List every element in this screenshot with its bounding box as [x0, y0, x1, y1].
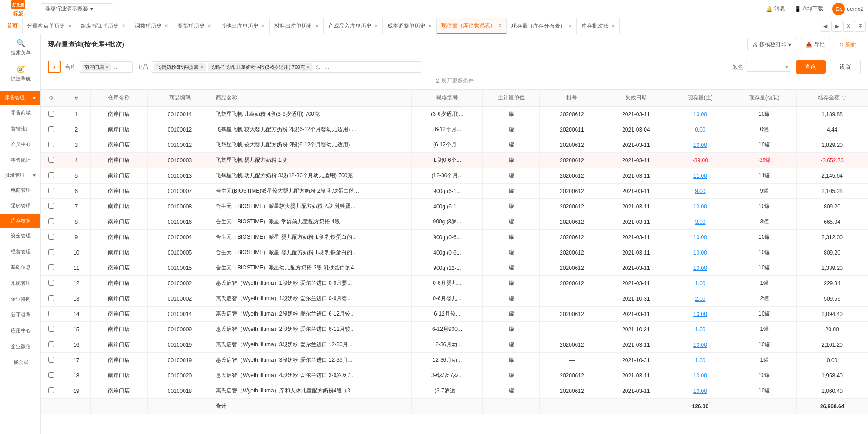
row-qty-main[interactable]: 3.00: [668, 214, 732, 230]
expand-more-conditions[interactable]: ⊻ 展开更多条件: [48, 77, 861, 85]
tab-close-icon[interactable]: ✕: [122, 24, 125, 28]
warehouse-tag-remove-icon[interactable]: ✕: [105, 65, 108, 70]
row-checkbox-cell[interactable]: [41, 368, 62, 383]
tab-transfer[interactable]: 调拨单历史 ✕: [130, 18, 173, 34]
tab-requisition[interactable]: 要货单历史 ✕: [173, 18, 216, 34]
tab-split-inventory[interactable]: 分量盘点单历史 ✕: [23, 18, 76, 34]
sidebar-item-search[interactable]: 🔍 搜索英单: [0, 34, 40, 61]
product-tag-container[interactable]: 飞鹤奶粉3段两提装 ✕ 飞鹤星飞帆 儿童奶粉 4段(3-6岁适用) 700克 ✕…: [151, 61, 422, 73]
tab-close-icon[interactable]: ✕: [428, 24, 432, 28]
col-settings[interactable]: ⚙: [41, 90, 62, 107]
row-checkbox-cell[interactable]: [41, 322, 62, 337]
row-checkbox-cell[interactable]: [41, 168, 62, 184]
row-qty-main[interactable]: 9.00: [668, 184, 732, 199]
tab-disassembly[interactable]: 组装拆卸单历史 ✕: [76, 18, 130, 34]
row-checkbox[interactable]: [48, 234, 54, 240]
row-qty-main[interactable]: 2.00: [668, 291, 732, 307]
tab-close-icon[interactable]: ✕: [208, 24, 211, 28]
row-checkbox-cell[interactable]: [41, 291, 62, 307]
product-dots-icon[interactable]: ...: [325, 64, 329, 70]
sidebar-item-system[interactable]: 系统管理: [0, 275, 40, 291]
sidebar-item-weixin[interactable]: 企业微信: [0, 339, 40, 354]
sidebar-item-inventory[interactable]: 库存核算: [0, 214, 40, 228]
sidebar-item-apps[interactable]: 应用中心: [0, 323, 40, 339]
tab-batch-voucher[interactable]: 库存批次账 ✕: [577, 18, 620, 34]
sidebar-item-retail-stats[interactable]: 零售统计: [0, 152, 40, 168]
filter-expand-button[interactable]: ›: [48, 61, 61, 73]
tab-next-button[interactable]: ▶: [831, 21, 842, 32]
row-checkbox[interactable]: [48, 111, 54, 117]
product-tag-2-remove-icon[interactable]: ✕: [306, 65, 310, 70]
row-qty-main[interactable]: 10.00: [668, 230, 732, 245]
row-checkbox-cell[interactable]: [41, 230, 62, 245]
row-checkbox-cell[interactable]: [41, 245, 62, 260]
row-checkbox[interactable]: [48, 188, 54, 193]
tab-close-all-button[interactable]: ✕: [843, 21, 854, 32]
tab-close-icon[interactable]: ✕: [261, 24, 265, 28]
settings-gear-icon[interactable]: ⚙: [49, 95, 54, 101]
tab-other-out[interactable]: 其他出库单历史 ✕: [216, 18, 270, 34]
row-qty-main[interactable]: 10.00: [668, 245, 732, 260]
sidebar-item-retail-shop[interactable]: 零售商城: [0, 105, 40, 121]
row-checkbox-cell[interactable]: [41, 153, 62, 168]
row-checkbox[interactable]: [48, 311, 54, 316]
sidebar-item-ecommerce[interactable]: 电商管理: [0, 182, 40, 198]
row-checkbox-cell[interactable]: [41, 184, 62, 199]
tab-close-icon[interactable]: ✕: [568, 24, 572, 28]
tab-close-icon[interactable]: ✕: [68, 24, 71, 28]
row-checkbox[interactable]: [48, 203, 54, 209]
row-checkbox[interactable]: [48, 357, 54, 363]
row-qty-main[interactable]: 10.00: [668, 383, 732, 399]
sidebar-item-enterprise[interactable]: 企业协同: [0, 291, 40, 307]
sidebar-item-marketing[interactable]: 营销推广: [0, 121, 40, 137]
row-checkbox-cell[interactable]: [41, 307, 62, 322]
print-button[interactable]: 🖨 按模板打印 ▾: [747, 38, 796, 51]
tab-home[interactable]: 首页: [2, 18, 23, 34]
warehouse-tag-container[interactable]: 南岸门店 ✕ ...: [79, 61, 133, 73]
row-checkbox-cell[interactable]: [41, 276, 62, 291]
row-checkbox[interactable]: [48, 341, 54, 347]
row-qty-main[interactable]: 1.00: [668, 322, 732, 337]
setting-button[interactable]: 设置: [830, 60, 861, 74]
row-checkbox[interactable]: [48, 249, 54, 255]
tab-close-icon[interactable]: ✕: [315, 24, 319, 28]
row-qty-main[interactable]: 10.00: [668, 368, 732, 383]
sidebar-item-retail[interactable]: 零售管理 ▼: [0, 91, 40, 105]
user-profile[interactable]: Ea demo2: [832, 3, 863, 15]
row-checkbox[interactable]: [48, 372, 54, 378]
export-button[interactable]: 📤 导出: [801, 38, 830, 51]
tab-close-icon[interactable]: ✕: [165, 24, 168, 28]
sidebar-item-operations[interactable]: 经营管理: [0, 244, 40, 259]
sidebar-item-members[interactable]: 会员中心: [0, 137, 40, 152]
row-qty-main[interactable]: 0.00: [668, 122, 732, 137]
sidebar-item-basic-info[interactable]: 基础信息: [0, 259, 40, 275]
tab-close-icon[interactable]: ✕: [374, 24, 378, 28]
row-qty-main[interactable]: 10.00: [668, 107, 732, 122]
color-tag-container[interactable]: ▾: [746, 62, 791, 72]
row-checkbox[interactable]: [48, 280, 54, 286]
sidebar-item-wholesale[interactable]: 批发管理 ▼: [0, 168, 40, 182]
tab-current-status[interactable]: 现存量（库存状况表） ✕: [437, 18, 507, 34]
sidebar-item-guide[interactable]: 新手引导: [0, 307, 40, 323]
row-checkbox-cell[interactable]: [41, 107, 62, 122]
row-checkbox-cell[interactable]: [41, 337, 62, 353]
refresh-button[interactable]: ↻ 刷新: [835, 38, 861, 51]
sidebar-item-quick-nav[interactable]: 🧭 快捷导航: [0, 61, 40, 87]
row-checkbox-cell[interactable]: [41, 137, 62, 153]
tab-product-in[interactable]: 产成品入库单历史 ✕: [324, 18, 383, 34]
row-checkbox-cell[interactable]: [41, 383, 62, 399]
row-qty-main[interactable]: 10.00: [668, 199, 732, 214]
row-checkbox-cell[interactable]: [41, 260, 62, 276]
tab-close-icon[interactable]: ✕: [498, 23, 502, 28]
industry-select[interactable]: 母婴行业演示账套 ▾: [41, 3, 113, 14]
tab-close-icon[interactable]: ✕: [611, 24, 615, 28]
tab-current-dist[interactable]: 现存量（库存分布表） ✕: [507, 18, 577, 34]
message-button[interactable]: 🔔 消息: [766, 5, 785, 13]
query-button[interactable]: 查询: [796, 60, 826, 74]
sidebar-item-member-vip[interactable]: 畅会员: [0, 354, 40, 370]
product-tag-1-remove-icon[interactable]: ✕: [200, 65, 203, 70]
tab-material-out[interactable]: 材料出库单历史 ✕: [270, 18, 324, 34]
row-qty-main[interactable]: 11.00: [668, 168, 732, 184]
app-download-button[interactable]: 📱 App下载: [794, 5, 823, 13]
row-qty-main[interactable]: 10.00: [668, 137, 732, 153]
